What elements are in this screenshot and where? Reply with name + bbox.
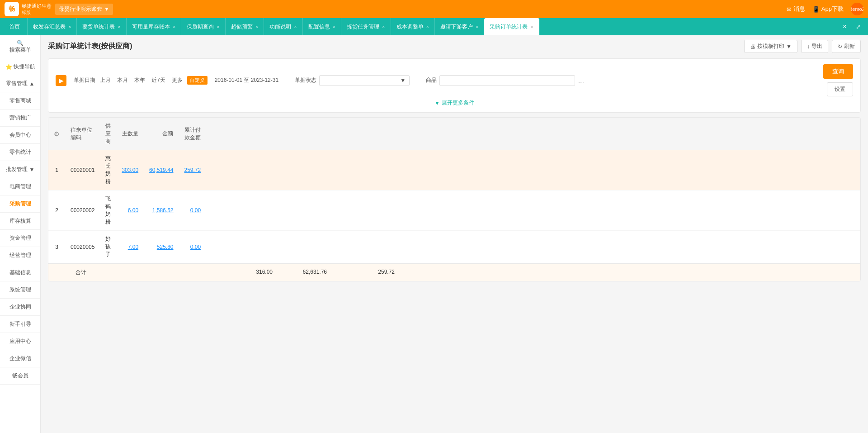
tab-close-icon[interactable]: ×	[530, 24, 533, 29]
avatar[interactable]: demo2	[851, 3, 863, 15]
sidebar-item-fund-manage[interactable]: 资金管理	[0, 230, 40, 247]
sidebar-item-wholesale-manage[interactable]: 批发管理 ▼	[0, 161, 40, 178]
tab-expiry-query[interactable]: 保质期查询 ×	[181, 18, 225, 35]
date-prev-month-btn[interactable]: 上月	[98, 76, 113, 85]
message-button[interactable]: ✉ 消息	[787, 5, 805, 13]
refresh-icon: ↻	[838, 43, 842, 50]
chevron-down-icon: ▲	[29, 81, 35, 87]
date-7days-btn[interactable]: 近7天	[150, 76, 167, 85]
sidebar-item-stock-check[interactable]: 库存核算	[0, 213, 40, 230]
logo-text: 畅捷通好生意 标版	[22, 3, 52, 15]
star-icon: ⭐	[5, 64, 12, 70]
paid-amount-cell: 259.72	[179, 150, 206, 190]
filter-toggle-button[interactable]: ▶	[56, 75, 66, 86]
sidebar-item-member-center[interactable]: 会员中心	[0, 127, 40, 144]
sidebar-item-enterprise-coop[interactable]: 企业协同	[0, 299, 40, 316]
expand-more-button[interactable]: ▼ 展开更多条件	[56, 99, 853, 107]
tab-cost-adjust[interactable]: 成本调整单 ×	[391, 18, 435, 35]
amount-cell: 525.80	[144, 231, 179, 263]
tab-available-stock[interactable]: 可用量库存账本 ×	[127, 18, 181, 35]
table-row: 3 00020005 好孩子 7.00 525.80 0.00	[48, 231, 860, 263]
tab-close-icon[interactable]: ×	[118, 24, 120, 29]
date-this-month-btn[interactable]: 本月	[115, 76, 130, 85]
nav-expand-button[interactable]: ⤢	[853, 23, 863, 31]
tab-close-icon[interactable]: ×	[382, 24, 385, 29]
sidebar-item-sys-manage[interactable]: 系统管理	[0, 281, 40, 299]
sidebar-item-ecommerce[interactable]: 电商管理	[0, 178, 40, 195]
page-title-bar: 采购订单统计表(按供应商) 🖨 按模板打印 ▼ ↓ 导出 ↻ 刷新	[48, 40, 861, 53]
tab-purchase-stat[interactable]: 采购订单统计表 ×	[484, 18, 539, 35]
tab-home[interactable]: 首页	[2, 18, 28, 35]
tab-close-icon[interactable]: ×	[68, 24, 71, 29]
sidebar-item-new-guide[interactable]: 新手引导	[0, 316, 40, 333]
table-footer: 合计 316.00 62,631.76 259.72	[48, 263, 860, 281]
export-button[interactable]: ↓ 导出	[801, 40, 828, 53]
top-bar: 畅 畅捷通好生意 标版 母婴行业演示账套 ▼ ✉ 消息 📱 App下载 demo…	[0, 0, 868, 18]
goods-input[interactable]	[439, 75, 575, 86]
sidebar-item-ops-manage[interactable]: 经营管理	[0, 247, 40, 264]
main-qty-cell: 303.00	[116, 150, 144, 190]
column-settings-icon[interactable]: ⚙	[54, 130, 60, 138]
amount-cell: 60,519.44	[144, 150, 179, 190]
status-select[interactable]: ▼	[319, 75, 410, 86]
sidebar-item-enterprise-wechat[interactable]: 企业微信	[0, 350, 40, 367]
paid-amount-cell: 0.00	[179, 231, 206, 263]
tab-invite-downstream[interactable]: 邀请下游客户 ×	[435, 18, 484, 35]
paid-amount-header: 累计付款金额	[179, 118, 206, 150]
supplier-header: 供应商	[100, 118, 116, 150]
main-qty-cell: 6.00	[116, 190, 144, 231]
template-print-button[interactable]: 🖨 按模板打印 ▼	[744, 40, 797, 53]
refresh-button[interactable]: ↻ 刷新	[832, 40, 861, 53]
search-icon: 🔍	[3, 40, 38, 46]
query-button[interactable]: 查询	[823, 64, 853, 79]
sidebar-item-retail-manage[interactable]: 零售管理 ▲	[0, 75, 40, 92]
date-filter-item: 单据日期 上月 本月 本年 近7天 更多 自定义	[74, 76, 208, 85]
sidebar-item-retail-stats[interactable]: 零售统计	[0, 144, 40, 161]
row-index: 2	[48, 190, 65, 231]
date-more-btn[interactable]: 更多	[170, 76, 184, 85]
amount-cell: 1,586.52	[144, 190, 179, 231]
tab-order-summary[interactable]: 要货单统计表 ×	[77, 18, 126, 35]
tab-receive-summary[interactable]: 收发存汇总表 ×	[28, 18, 77, 35]
sidebar-item-basic-info[interactable]: 基础信息	[0, 264, 40, 281]
page-title: 采购订单统计表(按供应商)	[48, 42, 132, 51]
tab-close-icon[interactable]: ×	[255, 24, 258, 29]
tab-close-icon[interactable]: ×	[217, 24, 219, 29]
sidebar-item-marketing[interactable]: 营销推广	[0, 109, 40, 127]
goods-filter-item: 商品 …	[426, 75, 584, 86]
tab-close-icon[interactable]: ×	[333, 24, 335, 29]
app-download-button[interactable]: 📱 App下载	[812, 5, 844, 13]
nav-close-button[interactable]: ×	[840, 22, 849, 32]
page-actions: 🖨 按模板打印 ▼ ↓ 导出 ↻ 刷新	[744, 40, 861, 53]
setting-button[interactable]: 设置	[827, 82, 853, 96]
date-shortcuts: 上月 本月 本年 近7天 更多 自定义	[98, 76, 208, 85]
supplier-cell: 飞鹤奶粉	[100, 190, 116, 231]
partner-code-cell: 00020005	[65, 231, 100, 263]
tab-close-icon[interactable]: ×	[294, 24, 297, 29]
sidebar-item-app-center[interactable]: 应用中心	[0, 333, 40, 350]
more-icon[interactable]: …	[578, 77, 584, 84]
logo-area: 畅 畅捷通好生意 标版	[5, 2, 52, 16]
main-layout: 🔍 搜索菜单 ⭐ 快捷导航 零售管理 ▲ 零售商城 营销推广 会员中心 零售统计…	[0, 35, 868, 433]
tab-function-desc[interactable]: 功能说明 ×	[264, 18, 302, 35]
sidebar-item-retail-shop[interactable]: 零售商城	[0, 92, 40, 109]
tab-close-icon[interactable]: ×	[426, 24, 429, 29]
date-custom-tag[interactable]: 自定义	[187, 76, 208, 85]
sidebar-quick-nav[interactable]: ⭐ 快捷导航	[0, 58, 40, 75]
footer-main-qty: 316.00	[235, 269, 280, 276]
tab-close-icon[interactable]: ×	[173, 24, 175, 29]
tab-pick-task[interactable]: 拣货任务管理 ×	[341, 18, 391, 35]
row-index: 3	[48, 231, 65, 263]
tab-overstock-warning[interactable]: 超储预警 ×	[226, 18, 264, 35]
sidebar-item-member[interactable]: 畅会员	[0, 367, 40, 385]
partner-code-cell: 00020001	[65, 150, 100, 190]
sidebar-search[interactable]: 🔍 搜索菜单	[0, 35, 40, 58]
tab-config-info[interactable]: 配置信息 ×	[303, 18, 341, 35]
date-this-year-btn[interactable]: 本年	[132, 76, 147, 85]
query-actions: 查询 设置	[823, 64, 853, 96]
tab-close-icon[interactable]: ×	[476, 24, 478, 29]
workspace-selector[interactable]: 母婴行业演示账套 ▼	[55, 4, 113, 15]
amount-header: 金额	[144, 118, 179, 150]
top-bar-left: 畅 畅捷通好生意 标版 母婴行业演示账套 ▼	[5, 2, 113, 16]
sidebar-item-purchase-manage[interactable]: 采购管理	[0, 195, 40, 213]
